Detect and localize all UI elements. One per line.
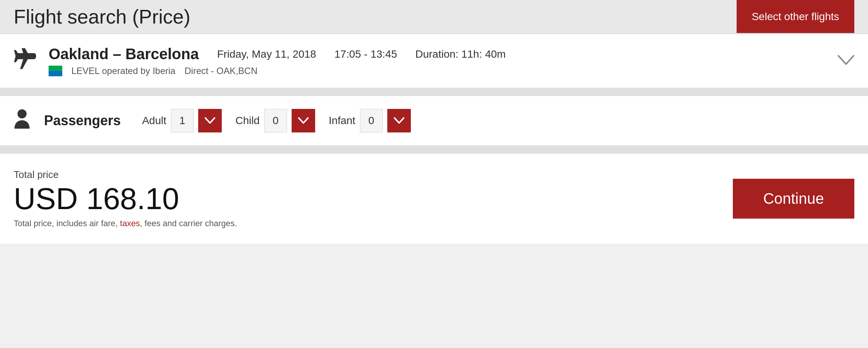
adult-count: 1 <box>171 109 194 132</box>
passengers-section: Passengers Adult 1 Child 0 Infant 0 <box>0 96 868 145</box>
flight-route-code: Direct - OAK,BCN <box>185 66 257 76</box>
flight-main-row: Oakland – Barcelona Friday, May 11, 2018… <box>49 46 838 63</box>
airline-name: LEVEL operated by Iberia <box>71 66 175 76</box>
price-area: Total price USD 168.10 Total price, incl… <box>14 169 237 228</box>
plane-icon <box>14 48 36 74</box>
continue-button[interactable]: Continue <box>733 179 854 219</box>
flight-route: Oakland – Barcelona <box>49 46 199 63</box>
page-header: Flight search (Price) Select other fligh… <box>0 0 868 33</box>
adult-label: Adult <box>142 115 166 127</box>
total-price-amount: USD 168.10 <box>14 184 237 214</box>
airline-logo <box>49 66 62 76</box>
flight-duration: Duration: 11h: 40m <box>415 48 506 60</box>
section-divider-1 <box>0 88 868 96</box>
adult-passenger-group: Adult 1 <box>142 109 222 132</box>
expand-flight-icon[interactable] <box>838 53 854 69</box>
flight-date: Friday, May 11, 2018 <box>217 48 316 60</box>
note-before: Total price, includes air fare, <box>14 219 120 228</box>
infant-count: 0 <box>360 109 383 132</box>
infant-passenger-group: Infant 0 <box>329 109 411 132</box>
page-title: Flight search (Price) <box>14 5 190 28</box>
child-passenger-group: Child 0 <box>235 109 315 132</box>
total-price-label: Total price <box>14 169 237 181</box>
child-count: 0 <box>264 109 287 132</box>
flight-time: 17:05 - 13:45 <box>335 48 397 60</box>
child-label: Child <box>235 115 260 127</box>
child-dropdown-button[interactable] <box>292 109 315 132</box>
passengers-label: Passengers <box>44 113 121 129</box>
select-other-flights-button[interactable]: Select other flights <box>737 0 854 33</box>
flight-info-section: Oakland – Barcelona Friday, May 11, 2018… <box>0 33 868 88</box>
adult-dropdown-button[interactable] <box>198 109 222 132</box>
infant-dropdown-button[interactable] <box>387 109 411 132</box>
infant-label: Infant <box>329 115 355 127</box>
taxes-link[interactable]: taxes <box>120 219 140 228</box>
total-price-section: Total price USD 168.10 Total price, incl… <box>0 145 868 244</box>
total-price-note: Total price, includes air fare, taxes, f… <box>14 219 237 228</box>
flight-sub-row: LEVEL operated by Iberia Direct - OAK,BC… <box>49 66 838 76</box>
person-icon <box>14 109 30 132</box>
note-after: , fees and carrier charges. <box>140 219 237 228</box>
svg-point-0 <box>17 109 27 118</box>
flight-details: Oakland – Barcelona Friday, May 11, 2018… <box>49 46 838 76</box>
